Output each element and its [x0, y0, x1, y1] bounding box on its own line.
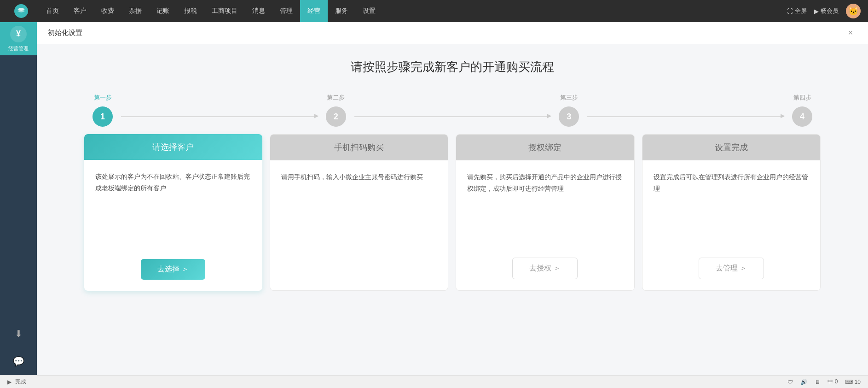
- nav-tax[interactable]: 报税: [177, 0, 204, 22]
- download-icon: ⬇: [15, 328, 23, 339]
- main-content: 初始化设置 × 请按照步骤完成新客户的开通购买流程 第一步 1 第二步: [37, 22, 868, 375]
- step-card-1-header: 请选择客户: [84, 134, 262, 160]
- step-card-2: 手机扫码购买 请用手机扫码，输入小微企业主账号密码进行购买: [270, 134, 449, 291]
- connector-line-1: [121, 116, 318, 117]
- nav-management[interactable]: 管理: [272, 0, 300, 22]
- steps-title: 请按照步骤完成新客户的开通购买流程: [351, 59, 554, 75]
- step-card-2-body: 请用手机扫码，输入小微企业主账号密码进行购买: [270, 160, 448, 272]
- step-1-circle: 1: [93, 106, 113, 127]
- status-label: 完成: [15, 378, 26, 386]
- app-logo: [7, 4, 35, 18]
- nav-settings[interactable]: 设置: [355, 0, 383, 22]
- page-header: 初始化设置 ×: [37, 22, 868, 44]
- sidebar-item-label: 经营管理: [8, 45, 29, 52]
- nav-business-projects[interactable]: 工商项目: [204, 0, 245, 22]
- steps-container: 请按照步骤完成新客户的开通购买流程 第一步 1 第二步 2: [37, 44, 868, 375]
- step-4-label: 第四步: [793, 94, 811, 103]
- step-indicator-2: 第二步 2: [318, 94, 354, 127]
- avatar[interactable]: 🐱: [846, 4, 861, 18]
- fullscreen-label: 全屏: [795, 7, 807, 15]
- input-method-status: 中 0: [827, 378, 838, 386]
- statusbar: ▶ 完成 🛡 🔊 🖥 中 0 ⌨ 10: [0, 375, 868, 388]
- keyboard-status: ⌨ 10: [845, 379, 861, 385]
- sidebar: ¥ 经营管理 ⬇ 💬: [0, 22, 37, 375]
- step-card-1: 请选择客户 该处展示的客户为不在回收站、客户状态正常建账后完成老板端绑定的所有客…: [84, 134, 262, 291]
- go-manage-button[interactable]: 去管理 ＞: [699, 258, 764, 279]
- statusbar-right: 🛡 🔊 🖥 中 0 ⌨ 10: [787, 378, 861, 386]
- fullscreen-button[interactable]: ⛶ 全屏: [787, 7, 807, 15]
- volume-icon: 🔊: [800, 379, 807, 385]
- nav-customer[interactable]: 客户: [66, 0, 94, 22]
- connector-2-3: [354, 94, 551, 117]
- step-card-3: 授权绑定 请先购买，购买后选择开通的产品中的企业用户进行授权绑定，成功后即可进行…: [456, 134, 635, 291]
- connector-line-3: [587, 116, 784, 117]
- member-button[interactable]: ▶ 畅会员: [814, 7, 839, 15]
- step-card-2-header: 手机扫码购买: [270, 135, 448, 160]
- nav-home[interactable]: 首页: [39, 0, 66, 22]
- play-button[interactable]: ▶: [7, 379, 12, 385]
- sidebar-download-button[interactable]: ⬇: [0, 320, 37, 347]
- close-button[interactable]: ×: [844, 27, 857, 40]
- yuan-icon: ¥: [10, 26, 27, 42]
- sidebar-item-operations[interactable]: ¥ 经营管理: [0, 22, 37, 55]
- step-3-label: 第三步: [560, 94, 578, 103]
- top-navigation: 首页 客户 收费 票据 记账 报税 工商项目 消息 管理 经营 服务 设置: [39, 0, 787, 22]
- cards-row: 请选择客户 该处展示的客户为不在回收站、客户状态正常建账后完成老板端绑定的所有客…: [84, 134, 821, 291]
- nav-service[interactable]: 服务: [328, 0, 355, 22]
- step-2-circle: 2: [326, 106, 346, 127]
- main-layout: ¥ 经营管理 ⬇ 💬 初始化设置 × 请按照步骤完成新客户的开通购买流程: [0, 22, 868, 375]
- shield-icon: 🛡: [787, 379, 793, 385]
- connector-line-2: [354, 116, 551, 117]
- step-card-4-footer: 去管理 ＞: [642, 250, 821, 290]
- step-card-1-footer: 去选择 ＞: [84, 252, 262, 291]
- go-select-button[interactable]: 去选择 ＞: [141, 259, 205, 280]
- step-card-1-body: 该处展示的客户为不在回收站、客户状态正常建账后完成老板端绑定的所有客户: [84, 160, 262, 252]
- connector-1-2: [121, 94, 318, 117]
- step-1-label: 第一步: [94, 94, 112, 103]
- page-title: 初始化设置: [48, 29, 82, 37]
- topbar: 首页 客户 收费 票据 记账 报税 工商项目 消息 管理 经营 服务 设置 ⛶ …: [0, 0, 868, 22]
- step-card-4-body: 设置完成后可以在管理列表进行所有企业用户的经营管理: [642, 160, 821, 250]
- nav-accounting[interactable]: 记账: [149, 0, 177, 22]
- step-indicator-4: 第四步 4: [784, 94, 821, 127]
- step-card-4: 设置完成 设置完成后可以在管理列表进行所有企业用户的经营管理 去管理 ＞: [642, 134, 821, 291]
- member-label: 畅会员: [821, 7, 839, 15]
- step-card-3-body: 请先购买，购买后选择开通的产品中的企业用户进行授权绑定，成功后即可进行经营管理: [456, 160, 634, 250]
- connector-3-4: [587, 94, 784, 117]
- steps-indicators: 第一步 1 第二步 2 第三步: [84, 94, 821, 127]
- nav-bills[interactable]: 票据: [122, 0, 149, 22]
- step-indicator-3: 第三步 3: [550, 94, 587, 127]
- nav-messages[interactable]: 消息: [245, 0, 272, 22]
- step-3-circle: 3: [559, 106, 579, 127]
- nav-operations[interactable]: 经营: [300, 0, 328, 22]
- step-indicator-1: 第一步 1: [84, 94, 121, 127]
- step-4-circle: 4: [792, 106, 812, 127]
- sidebar-chat-button[interactable]: 💬: [0, 347, 37, 375]
- go-authorize-button[interactable]: 去授权 ＞: [512, 258, 578, 279]
- step-2-label: 第二步: [327, 94, 345, 103]
- sidebar-bottom: ⬇ 💬: [0, 320, 37, 375]
- play-icon: ▶: [814, 8, 819, 15]
- screen-icon: 🖥: [815, 379, 820, 385]
- step-card-2-footer: [270, 272, 448, 290]
- fullscreen-icon: ⛶: [787, 8, 793, 15]
- nav-fees[interactable]: 收费: [94, 0, 122, 22]
- step-card-4-header: 设置完成: [642, 135, 821, 160]
- topbar-actions: ⛶ 全屏 ▶ 畅会员 🐱: [787, 4, 861, 18]
- step-card-3-footer: 去授权 ＞: [456, 250, 634, 290]
- step-card-3-header: 授权绑定: [456, 135, 634, 160]
- chat-icon: 💬: [13, 356, 24, 367]
